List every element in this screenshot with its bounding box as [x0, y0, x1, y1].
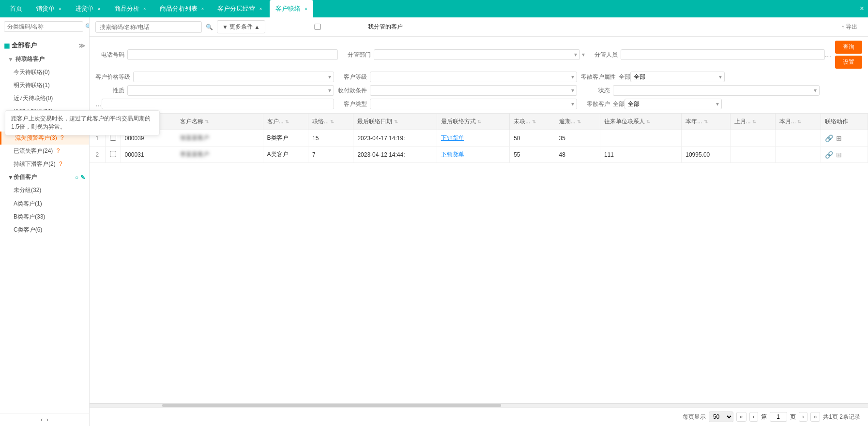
customer-type-select[interactable] — [370, 99, 577, 109]
sidebar-item-class-c[interactable]: C类客户(6) — [0, 223, 89, 236]
price-grade-select[interactable] — [133, 72, 334, 82]
sidebar-item-lost-customers[interactable]: 已流失客户(24) ? — [0, 145, 89, 158]
uncontacted-header: 未联... — [514, 118, 530, 125]
col-last-month[interactable]: 上月... ⇅ — [730, 114, 775, 130]
customer-type-label: 客户类型 — [338, 100, 367, 108]
col-name[interactable]: 客户名称 ⇅ — [176, 114, 263, 130]
row1-link-icon[interactable]: 🔗 — [825, 134, 833, 142]
row1-grid-icon[interactable]: ⊞ — [836, 134, 842, 142]
sidebar-item-class-a[interactable]: A类客户(1) — [0, 197, 89, 210]
circle-icon[interactable]: ○ — [75, 174, 78, 181]
pencil-icon[interactable]: ✎ — [80, 174, 85, 181]
row2-method-link[interactable]: 下销货单 — [441, 151, 464, 158]
export-button[interactable]: ↑ 导出 — [837, 21, 862, 33]
row1-contact: 15 — [308, 130, 353, 147]
settings-button[interactable]: 设置 — [835, 56, 862, 69]
sidebar-item-today[interactable]: 今天待联络(0) — [0, 66, 89, 79]
overdue-sort-icon: ⇅ — [577, 119, 581, 124]
horizontal-scrollbar[interactable] — [90, 403, 868, 407]
edit-icons: ○ ✎ — [75, 174, 85, 181]
phone-input[interactable] — [127, 49, 338, 60]
sidebar-collapse-btn[interactable]: ≫ — [78, 42, 85, 49]
more-conditions-btn[interactable]: ▼ 更多条件 ▲ — [217, 20, 265, 33]
per-page-select[interactable]: 20 50 100 200 — [709, 411, 733, 422]
sidebar-item-tomorrow[interactable]: 明天待联络(1) — [0, 79, 89, 92]
row2-grid-icon[interactable]: ⊞ — [836, 151, 842, 159]
export-icon: ↑ — [841, 24, 844, 30]
close-purchase-tab[interactable]: × — [98, 6, 101, 12]
close-all-button[interactable]: × — [860, 4, 864, 13]
close-sales-tab[interactable]: × — [59, 6, 61, 12]
sidebar-next-btn[interactable]: › — [46, 416, 48, 423]
col-contacts[interactable]: 往来单位联系人 ⇅ — [600, 114, 681, 130]
next-page-btn[interactable]: › — [799, 412, 807, 422]
nature-select[interactable] — [127, 85, 334, 96]
close-product-list-tab[interactable]: × — [201, 6, 204, 12]
section-pending-contact[interactable]: ▼ 待联络客户 — [0, 53, 89, 66]
manager-label: 分管人员 — [589, 51, 618, 59]
search-icon[interactable]: 🔍 — [206, 24, 213, 30]
dept-more-icon[interactable]: ▾ — [582, 51, 585, 58]
prev-page-btn[interactable]: ‹ — [749, 412, 758, 422]
customer-grade-select[interactable] — [370, 72, 577, 82]
misc1-more-icon[interactable]: ... — [95, 100, 102, 108]
row2-check[interactable] — [110, 151, 116, 157]
tab-customer-segment[interactable]: 客户分层经营 × — [212, 0, 268, 17]
row2-last-date: 2023-04-12 14:44: — [353, 147, 437, 163]
col-last-method[interactable]: 最后联络方式 ⇅ — [437, 114, 509, 130]
tab-sales[interactable]: 销货单 × — [30, 0, 67, 17]
sidebar-item-7days[interactable]: 近7天待联络(0) — [0, 92, 89, 105]
payment-select[interactable] — [370, 85, 577, 96]
scrollbar-thumb[interactable] — [162, 404, 501, 407]
col-this-month[interactable]: 本月... ⇅ — [776, 114, 821, 130]
last-page-btn[interactable]: » — [810, 412, 821, 422]
my-customers-check[interactable] — [269, 24, 366, 30]
manager-input[interactable] — [621, 49, 825, 60]
retail-customer-select[interactable]: 全部 — [624, 99, 722, 109]
col-last-date[interactable]: 最后联络日期 ⇅ — [353, 114, 437, 130]
sidebar-item-class-b[interactable]: B类客户(33) — [0, 210, 89, 223]
tab-product-list[interactable]: 商品分析列表 × — [154, 0, 210, 17]
close-customer-contact-tab[interactable]: × — [305, 6, 307, 12]
row2-checkbox[interactable] — [105, 147, 121, 163]
all-customers-header[interactable]: ▦ 全部客户 ≫ — [0, 38, 89, 53]
sidebar-search-icon[interactable]: 🔍 — [85, 23, 90, 30]
arrow-icon: ▼ — [8, 56, 14, 63]
retail-customer-label: 零散客户 — [581, 100, 610, 108]
retail-attr-label: 零散客户属性 — [581, 73, 616, 81]
tab-product-analysis[interactable]: 商品分析 × — [108, 0, 152, 17]
my-customers-checkbox[interactable]: 我分管的客户 — [269, 23, 403, 31]
col-type[interactable]: 客户... ⇅ — [263, 114, 308, 130]
col-uncontacted[interactable]: 未联... ⇅ — [510, 114, 555, 130]
row2-link-icon[interactable]: 🔗 — [825, 151, 833, 159]
tab-home[interactable]: 首页 — [4, 0, 28, 17]
query-button[interactable]: 查询 — [835, 41, 862, 54]
sidebar-search-input[interactable] — [4, 21, 83, 32]
sidebar-prev-btn[interactable]: ‹ — [41, 416, 43, 423]
page-input[interactable] — [770, 412, 787, 422]
row1-name: 张某某客户 — [176, 130, 263, 147]
tab-customer-contact[interactable]: 客户联络 × — [270, 0, 313, 17]
manager-more-icon[interactable]: ... — [825, 51, 831, 59]
sidebar-item-ungrouped[interactable]: 未分组(32) — [0, 184, 89, 197]
dept-select[interactable] — [374, 49, 579, 60]
section-value-customers[interactable]: ▼ 价值客户 ○ ✎ — [0, 171, 89, 184]
col-contact-num[interactable]: 联络... ⇅ — [308, 114, 353, 130]
close-customer-segment-tab[interactable]: × — [259, 6, 262, 12]
col-this-year[interactable]: 本年... ⇅ — [682, 114, 730, 130]
action-header: 联络动作 — [825, 118, 848, 125]
row2-last-method[interactable]: 下销货单 — [437, 147, 509, 163]
row1-last-method[interactable]: 下销货单 — [437, 130, 509, 147]
search-input[interactable] — [95, 21, 202, 33]
retail-attr-select[interactable]: 全部 — [630, 72, 725, 82]
status-select[interactable] — [613, 85, 820, 96]
row1-method-link[interactable]: 下销货单 — [441, 134, 464, 141]
sidebar-item-declining-customers[interactable]: 持续下滑客户(2) ? — [0, 158, 89, 171]
row1-overdue: 35 — [555, 130, 600, 147]
tab-purchase[interactable]: 进货单 × — [69, 0, 107, 17]
name-header: 客户名称 — [180, 118, 203, 125]
first-page-btn[interactable]: « — [736, 412, 746, 422]
close-product-analysis-tab[interactable]: × — [143, 6, 146, 12]
col-overdue[interactable]: 逾期... ⇅ — [555, 114, 600, 130]
misc1-input[interactable] — [102, 99, 334, 109]
